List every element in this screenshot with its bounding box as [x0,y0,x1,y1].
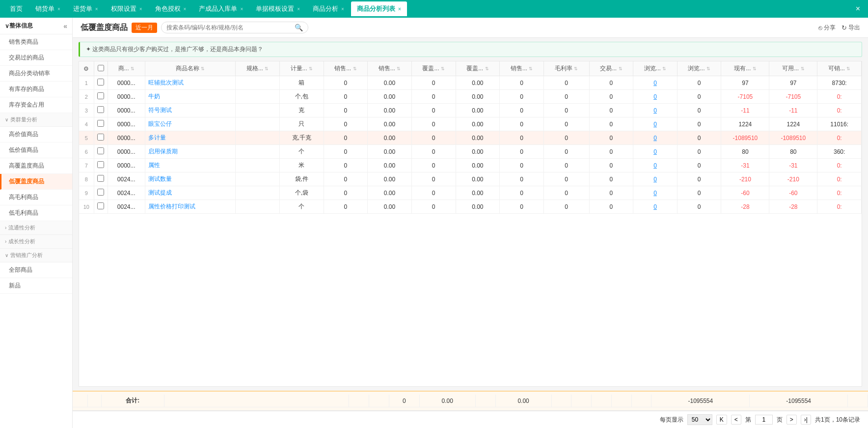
sidebar-item-high-value[interactable]: 高价值商品 [0,127,72,143]
col-trade[interactable]: 交易... ⇅ [589,61,633,76]
row-browse1[interactable]: 0 [633,186,678,200]
row-browse1[interactable]: 0 [633,145,678,159]
sidebar-item-traded-products[interactable]: 交易过的商品 [0,50,72,66]
row-checkbox-cell[interactable] [94,90,108,104]
row-checkbox-cell[interactable] [94,159,108,172]
search-icon[interactable]: 🔍 [295,24,303,31]
row-browse1[interactable]: 0 [633,172,678,186]
close-icon[interactable]: × [184,6,187,12]
row-checkbox[interactable] [97,120,104,127]
row-checkbox[interactable] [97,106,104,113]
col-code[interactable]: 商... ⇅ [108,61,145,76]
col-sales3[interactable]: 销售... ⇅ [500,61,544,76]
row-checkbox[interactable] [97,147,104,154]
row-checkbox-cell[interactable] [94,131,108,145]
sidebar-item-sales-products[interactable]: 销售类商品 [0,34,72,50]
sidebar-item-low-margin[interactable]: 低毛利商品 [0,205,72,221]
row-checkbox-cell[interactable] [94,104,108,117]
row-browse1[interactable]: 0 [633,104,678,117]
row-name[interactable]: 属性 [145,159,235,172]
row-browse1[interactable]: 0 [633,159,678,172]
sidebar-group-growth[interactable]: › 成长性分析 [0,235,72,249]
row-browse1[interactable]: 0 [633,90,678,104]
close-icon[interactable]: × [240,6,243,12]
page-size-select[interactable]: 50 100 200 [687,414,712,425]
row-checkbox-cell[interactable] [94,145,108,159]
sidebar-item-high-coverage[interactable]: 高覆盖度商品 [0,158,72,174]
close-icon[interactable]: × [297,6,300,12]
col-sales-amount[interactable]: 销售... ⇅ [368,61,412,76]
row-checkbox[interactable] [97,92,104,99]
close-icon[interactable]: × [398,6,401,12]
col-browse2[interactable]: 浏览... ⇅ [677,61,721,76]
sidebar-item-low-coverage[interactable]: 低覆盖度商品 [0,174,72,190]
row-checkbox[interactable] [97,161,104,168]
row-browse1[interactable]: 0 [633,200,678,214]
row-browse1[interactable]: 0 [633,131,678,145]
col-settings[interactable]: ⚙ [79,61,94,76]
nav-tab-template[interactable]: 单据模板设置 × [250,1,306,16]
select-all-checkbox[interactable] [98,65,104,71]
sidebar-item-all-products[interactable]: 全部商品 [0,262,72,278]
row-checkbox-cell[interactable] [94,186,108,200]
sidebar-item-low-value[interactable]: 低价值商品 [0,143,72,158]
nav-tab-sales[interactable]: 销货单 × [29,1,66,16]
export-button[interactable]: ↻ 导出 [841,24,860,32]
sidebar-item-stock-capital[interactable]: 库存资金占用 [0,97,72,113]
row-name[interactable]: 多计量 [145,131,235,145]
col-coverage1[interactable]: 覆盖... ⇅ [411,61,456,76]
next-page-button[interactable]: > [787,415,797,425]
sidebar-item-high-margin[interactable]: 高毛利商品 [0,190,72,205]
nav-tab-permissions[interactable]: 权限设置 × [105,1,148,16]
nav-tab-product-analysis-list[interactable]: 商品分析列表 × [351,1,407,16]
row-checkbox[interactable] [97,175,104,182]
first-page-button[interactable]: K [716,415,727,425]
row-name[interactable]: 测试数量 [145,172,235,186]
col-unit[interactable]: 计量... ⇅ [279,61,324,76]
row-name[interactable]: 属性价格打印测试 [145,200,235,214]
page-number-input[interactable] [755,415,773,425]
close-icon[interactable]: × [341,6,344,12]
col-current-stock[interactable]: 现有... ⇅ [721,61,769,76]
close-icon[interactable]: × [95,6,98,12]
col-gross-margin[interactable]: 毛利率 ⇅ [543,61,589,76]
sidebar-group-marketing[interactable]: ∨ 营销推广分析 [0,249,72,262]
close-all-tabs-button[interactable]: × [852,4,864,13]
col-coverage2[interactable]: 覆盖... ⇅ [456,61,500,76]
col-sales-count[interactable]: 销售... ⇅ [324,61,368,76]
col-checkbox[interactable] [94,61,108,76]
row-checkbox[interactable] [97,79,104,86]
nav-tab-roles[interactable]: 角色授权 × [149,1,192,16]
row-checkbox-cell[interactable] [94,76,108,90]
sidebar-item-in-stock[interactable]: 有库存的商品 [0,82,72,97]
sidebar-item-category-rate[interactable]: 商品分类动销率 [0,66,72,82]
row-name[interactable]: 测试提成 [145,186,235,200]
row-checkbox[interactable] [97,134,104,141]
sidebar-collapse-button[interactable]: « [63,22,67,30]
sidebar-group-liquidity[interactable]: › 流通性分析 [0,221,72,235]
filter-recent-month-button[interactable]: 近一月 [132,23,157,33]
col-available[interactable]: 可用... ⇅ [769,61,817,76]
col-name[interactable]: 商品名称 ⇅ [145,61,235,76]
row-browse1[interactable]: 0 [633,76,678,90]
nav-tab-product-analysis[interactable]: 商品分析 × [307,1,350,16]
nav-tab-purchase[interactable]: 进货单 × [67,1,104,16]
row-name[interactable]: 牛奶 [145,90,235,104]
col-spec[interactable]: 规格... ⇅ [236,61,280,76]
row-checkbox-cell[interactable] [94,200,108,214]
nav-tab-home[interactable]: 首页 [4,1,28,16]
col-sellable[interactable]: 可销... ⇅ [817,61,862,76]
row-name[interactable]: 旺辅批次测试 [145,76,235,90]
sidebar-group-cluster-analysis[interactable]: ∨ 类群量分析 [0,113,72,127]
sidebar-section-overall[interactable]: ∨ 整体信息 « [0,18,72,34]
nav-tab-finished-goods[interactable]: 产成品入库单 × [193,1,249,16]
prev-page-button[interactable]: < [731,415,741,425]
row-name[interactable]: 眼宝公仔 [145,117,235,131]
row-checkbox-cell[interactable] [94,172,108,186]
row-checkbox[interactable] [97,202,104,209]
row-browse1[interactable]: 0 [633,117,678,131]
last-page-button[interactable]: ›| [801,415,811,425]
close-icon[interactable]: × [57,6,60,12]
sidebar-item-new-products[interactable]: 新品 [0,278,72,294]
row-checkbox[interactable] [97,189,104,196]
